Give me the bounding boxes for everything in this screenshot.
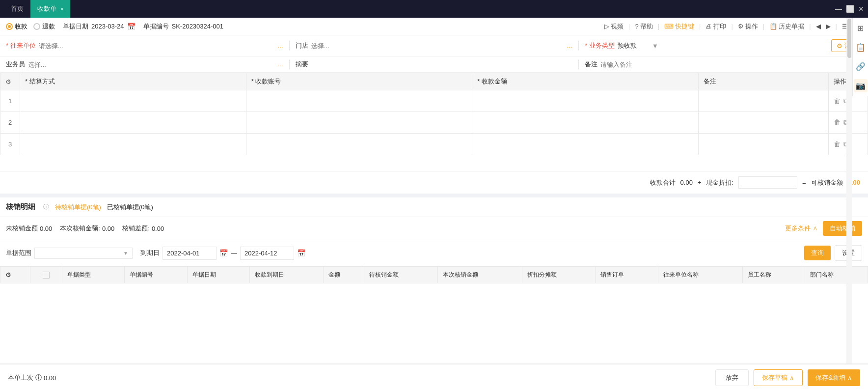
sidebar-doc-icon[interactable]: 📋 — [854, 41, 868, 54]
row-1-num: 1 — [0, 90, 20, 112]
save-new-button[interactable]: 保存&新增 ∧ — [808, 369, 860, 386]
bottom-amount-info-icon[interactable]: ⓘ — [35, 373, 42, 382]
bth-gear[interactable]: ⚙ — [0, 267, 30, 283]
row-2-settlement[interactable] — [20, 112, 246, 134]
hexiao-info-icon[interactable]: ⓘ — [43, 203, 49, 211]
bottom-table-header-row: ⚙ 单据类型 单据编号 单据日期 收款到期日 金额 待核销金额 — [0, 267, 868, 283]
row-1-settlement[interactable] — [20, 90, 246, 112]
range-select[interactable]: ▼ — [34, 248, 133, 259]
row-3-remarks[interactable] — [698, 134, 828, 155]
form-row-1: * 往来单位 … 门店 … * 业务类型 预收款 ▼ ⚙ 设置 — [0, 35, 868, 56]
current-stat: 本次核销金额: 0.00 — [60, 224, 114, 233]
bottom-amount-value: 0.00 — [44, 374, 56, 382]
row-3-amount[interactable] — [472, 134, 699, 155]
auto-hexiao-btn[interactable]: 自动核销 — [823, 221, 862, 236]
table-gear-icon[interactable]: ⚙ — [5, 78, 11, 85]
duedate-to-calendar-icon[interactable]: 📅 — [297, 249, 305, 257]
payment-table-container: ⚙ * 结算方式 * 收款账号 * 收款金额 备注 操作 1 — [0, 73, 868, 171]
nav-tab-shoukuandan[interactable]: 收款单 × — [30, 0, 70, 18]
duedate-to-input[interactable] — [240, 247, 294, 260]
summary-input[interactable] — [311, 61, 573, 68]
staff-field: 业务员 … — [6, 60, 283, 69]
duedate-from-calendar-icon[interactable]: 📅 — [219, 249, 228, 257]
sidebar-link-icon[interactable]: 🔗 — [854, 60, 868, 73]
row-2-remarks[interactable] — [698, 112, 828, 134]
nav-right-btn[interactable]: ▶ — [826, 23, 831, 30]
store-input[interactable] — [311, 42, 562, 50]
summary-label: 摘要 — [296, 60, 308, 69]
maximize-icon[interactable]: ⬜ — [846, 5, 854, 13]
biztype-field: * 业务类型 预收款 ▼ ⚙ 设置 — [585, 39, 862, 52]
done-tab[interactable]: 已核销单据(0笔) — [107, 203, 153, 212]
print-btn[interactable]: 🖨 打印 — [705, 22, 726, 31]
divider-3 — [289, 59, 290, 69]
right-scrollbar[interactable] — [846, 18, 852, 371]
row-3-settlement[interactable] — [20, 134, 246, 155]
pending-tab[interactable]: 待核销单据(0笔) — [55, 203, 101, 212]
row-1-delete-icon[interactable]: 🗑 — [834, 97, 841, 105]
nav-tab-label: 收款单 — [37, 4, 56, 13]
shortcut-btn[interactable]: ⌨ 快捷键 — [664, 22, 694, 31]
sidebar-grid-icon[interactable]: ⊞ — [855, 22, 866, 35]
store-more-btn[interactable]: … — [567, 42, 572, 49]
row-2-account[interactable] — [246, 112, 472, 134]
video-label: 视频 — [611, 22, 624, 31]
radio-tuikuan[interactable]: 退款 — [33, 22, 55, 31]
row-3-account[interactable] — [246, 134, 472, 155]
bth-discount: 折扣分摊额 — [522, 267, 596, 283]
sep6: | — [809, 23, 811, 30]
row-3-delete-icon[interactable]: 🗑 — [834, 140, 841, 148]
staff-more-btn[interactable]: … — [277, 61, 283, 68]
bottom-table-container: ⚙ 单据类型 单据编号 单据日期 收款到期日 金额 待核销金额 — [0, 266, 868, 283]
nav-left-btn[interactable]: ◀ — [816, 23, 821, 30]
remarks-input[interactable] — [600, 61, 862, 68]
radio-shoukuan[interactable]: 收款 — [6, 22, 27, 31]
staff-input[interactable] — [28, 61, 275, 68]
number-field: 单据编号 SK-20230324-001 — [143, 22, 224, 31]
equal-sign: = — [802, 179, 806, 186]
row-1-remarks[interactable] — [698, 90, 828, 112]
payment-type-radio-group: 收款 退款 — [6, 22, 55, 31]
history-btn[interactable]: 📋 历史单据 — [769, 22, 804, 31]
counterparty-input[interactable] — [39, 42, 272, 50]
print-icon: 🖨 — [705, 23, 712, 30]
close-tab-icon[interactable]: × — [60, 6, 63, 12]
bth-docdate: 单据日期 — [187, 267, 250, 283]
nav-home[interactable]: 首页 — [4, 4, 30, 13]
date-value[interactable]: 2023-03-24 — [91, 23, 124, 30]
row-2-delete-icon[interactable]: 🗑 — [834, 118, 841, 127]
discard-button[interactable]: 放弃 — [715, 369, 749, 386]
bth-pending: 待核销金额 — [364, 267, 438, 283]
discount-input[interactable] — [738, 176, 797, 189]
bth-sales-order: 销售订单 — [596, 267, 658, 283]
minimize-icon[interactable]: — — [835, 5, 842, 13]
date-field: 单据日期 2023-03-24 📅 — [63, 22, 136, 31]
store-label: 门店 — [296, 41, 308, 50]
close-window-icon[interactable]: ✕ — [858, 5, 864, 13]
divider-1 — [289, 41, 290, 51]
bth-amount: 金额 — [323, 267, 364, 283]
query-button[interactable]: 查询 — [804, 246, 831, 260]
bottom-table: ⚙ 单据类型 单据编号 单据日期 收款到期日 金额 待核销金额 — [0, 266, 868, 283]
uncleared-label: 未核销金额 — [6, 224, 38, 233]
number-value: SK-20230324-001 — [172, 23, 224, 30]
date-calendar-icon[interactable]: 📅 — [127, 23, 136, 30]
video-btn[interactable]: ▷ 视频 — [604, 22, 624, 31]
help-label: 帮助 — [640, 22, 653, 31]
operation-btn[interactable]: ⚙ 操作 — [738, 22, 758, 31]
radio-shoukuan-circle — [6, 23, 13, 30]
duedate-from-input[interactable] — [163, 247, 217, 260]
more-cond-btn[interactable]: 更多条件 ∧ — [785, 224, 818, 233]
row-1-account[interactable] — [246, 90, 472, 112]
row-1-amount[interactable] — [472, 90, 699, 112]
counterparty-more-btn[interactable]: … — [277, 42, 283, 49]
row-2-amount[interactable] — [472, 112, 699, 134]
save-draft-button[interactable]: 保存草稿 ∧ — [754, 369, 803, 386]
select-all-checkbox[interactable] — [43, 272, 50, 279]
plus-sign: + — [698, 179, 702, 186]
sidebar-camera-icon[interactable]: 📷 — [854, 79, 868, 92]
bottom-table-gear-icon[interactable]: ⚙ — [5, 271, 11, 279]
biztype-dropdown-icon[interactable]: ▼ — [652, 42, 658, 50]
scroll-thumb — [847, 19, 851, 58]
help-btn[interactable]: ? 帮助 — [635, 22, 652, 31]
